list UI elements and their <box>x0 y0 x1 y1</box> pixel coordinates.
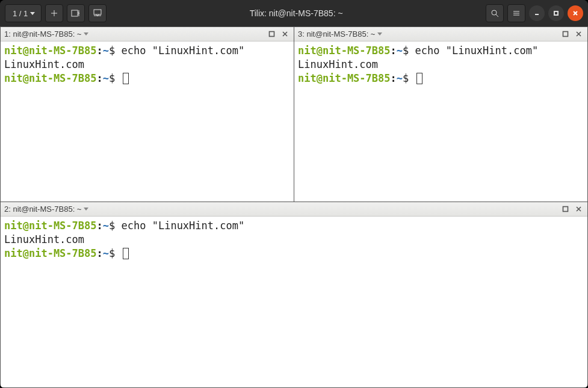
pane-title-dropdown[interactable]: 3: nit@nit-MS-7B85: ~ <box>298 29 382 38</box>
titlebar: 1 / 1 Tilix: nit@nit-MS-7B85: ~ <box>0 0 588 26</box>
pane-title-label: 2: nit@nit-MS-7B85: ~ <box>4 205 81 214</box>
prompt-user: nit@nit-MS-7B85 <box>298 72 391 84</box>
prompt-path: ~ <box>103 72 109 84</box>
prompt-path: ~ <box>103 247 109 259</box>
prompt-path: ~ <box>103 220 109 232</box>
close-icon <box>282 31 288 37</box>
terminal-body[interactable]: nit@nit-MS-7B85:~$ echo "LinuxHint.com" … <box>294 42 587 202</box>
session-label: 1 / 1 <box>13 9 28 18</box>
split-right-button[interactable] <box>67 4 85 22</box>
split-down-button[interactable] <box>88 4 107 22</box>
close-icon <box>575 31 582 37</box>
prompt-user: nit@nit-MS-7B85 <box>4 220 97 232</box>
maximize-icon <box>553 10 559 16</box>
split-right-icon <box>71 9 81 17</box>
cursor <box>416 73 422 84</box>
cursor <box>123 73 129 84</box>
prompt-user: nit@nit-MS-7B85 <box>4 247 97 259</box>
command-output: LinuxHint.com <box>4 233 84 245</box>
pane-maximize-button[interactable] <box>560 204 571 215</box>
svg-rect-15 <box>269 32 274 37</box>
prompt-user: nit@nit-MS-7B85 <box>4 45 97 57</box>
plus-icon <box>50 9 58 17</box>
menu-button[interactable] <box>507 4 525 22</box>
command-output: LinuxHint.com <box>298 58 378 70</box>
command-text: echo "LinuxHint.com" <box>122 45 245 57</box>
pane-title-label: 1: nit@nit-MS-7B85: ~ <box>4 29 81 38</box>
chevron-down-icon <box>84 32 88 35</box>
maximize-icon <box>268 31 275 37</box>
session-switcher[interactable]: 1 / 1 <box>5 4 42 22</box>
command-output: LinuxHint.com <box>4 58 84 70</box>
window-title: Tilix: nit@nit-MS-7B85: ~ <box>110 8 482 18</box>
pane-close-button[interactable] <box>279 29 290 40</box>
svg-rect-2 <box>72 10 78 16</box>
prompt-user: nit@nit-MS-7B85 <box>298 45 391 57</box>
minimize-icon <box>534 10 540 16</box>
minimize-button[interactable] <box>529 5 545 21</box>
chevron-down-icon <box>377 32 382 35</box>
svg-point-6 <box>492 10 497 15</box>
pane-close-button[interactable] <box>573 29 584 40</box>
pane-maximize-button[interactable] <box>560 29 571 40</box>
maximize-icon <box>562 31 569 37</box>
terminal-body[interactable]: nit@nit-MS-7B85:~$ echo "LinuxHint.com" … <box>1 42 294 202</box>
close-icon <box>575 206 582 212</box>
prompt-path: ~ <box>397 45 403 57</box>
svg-rect-12 <box>554 11 558 15</box>
command-text: echo "LinuxHint.com" <box>415 45 539 57</box>
pane-title-label: 3: nit@nit-MS-7B85: ~ <box>298 29 375 38</box>
close-button[interactable] <box>568 5 583 21</box>
search-button[interactable] <box>486 4 504 22</box>
pane-header: 2: nit@nit-MS-7B85: ~ <box>1 202 587 217</box>
tilix-window: 1 / 1 Tilix: nit@nit-MS-7B85: ~ <box>0 0 588 388</box>
pane-header: 1: nit@nit-MS-7B85: ~ <box>1 27 294 42</box>
panes-container: 1: nit@nit-MS-7B85: ~ nit@nit-MS-7B85:~$… <box>0 26 588 388</box>
chevron-down-icon <box>84 208 88 211</box>
svg-rect-4 <box>94 10 101 14</box>
svg-line-7 <box>496 14 498 17</box>
pane-maximize-button[interactable] <box>266 29 277 40</box>
terminal-pane-2: 2: nit@nit-MS-7B85: ~ nit@nit-MS-7B85:~$… <box>1 202 587 387</box>
pane-title-dropdown[interactable]: 1: nit@nit-MS-7B85: ~ <box>4 29 88 38</box>
svg-rect-21 <box>563 207 568 212</box>
titlebar-left: 1 / 1 <box>5 4 107 22</box>
hamburger-icon <box>512 9 521 17</box>
pane-row-bottom: 2: nit@nit-MS-7B85: ~ nit@nit-MS-7B85:~$… <box>1 202 587 387</box>
cursor <box>123 248 129 259</box>
prompt-user: nit@nit-MS-7B85 <box>4 72 97 84</box>
maximize-button[interactable] <box>548 5 564 21</box>
terminal-pane-3: 3: nit@nit-MS-7B85: ~ nit@nit-MS-7B85:~$… <box>294 27 587 202</box>
terminal-body[interactable]: nit@nit-MS-7B85:~$ echo "LinuxHint.com" … <box>1 217 587 387</box>
pane-header: 3: nit@nit-MS-7B85: ~ <box>294 27 587 42</box>
svg-rect-18 <box>563 32 568 37</box>
close-icon <box>572 10 578 16</box>
chevron-down-icon <box>30 12 35 15</box>
pane-row-top: 1: nit@nit-MS-7B85: ~ nit@nit-MS-7B85:~$… <box>1 27 587 202</box>
pane-title-dropdown[interactable]: 2: nit@nit-MS-7B85: ~ <box>4 205 88 214</box>
titlebar-right <box>486 4 583 22</box>
pane-close-button[interactable] <box>573 204 584 215</box>
prompt-path: ~ <box>397 72 403 84</box>
split-down-icon <box>93 9 102 17</box>
new-session-button[interactable] <box>45 4 63 22</box>
maximize-icon <box>562 206 569 212</box>
command-text: echo "LinuxHint.com" <box>122 220 245 232</box>
prompt-path: ~ <box>103 45 109 57</box>
terminal-pane-1: 1: nit@nit-MS-7B85: ~ nit@nit-MS-7B85:~$… <box>1 27 294 202</box>
search-icon <box>491 9 499 17</box>
